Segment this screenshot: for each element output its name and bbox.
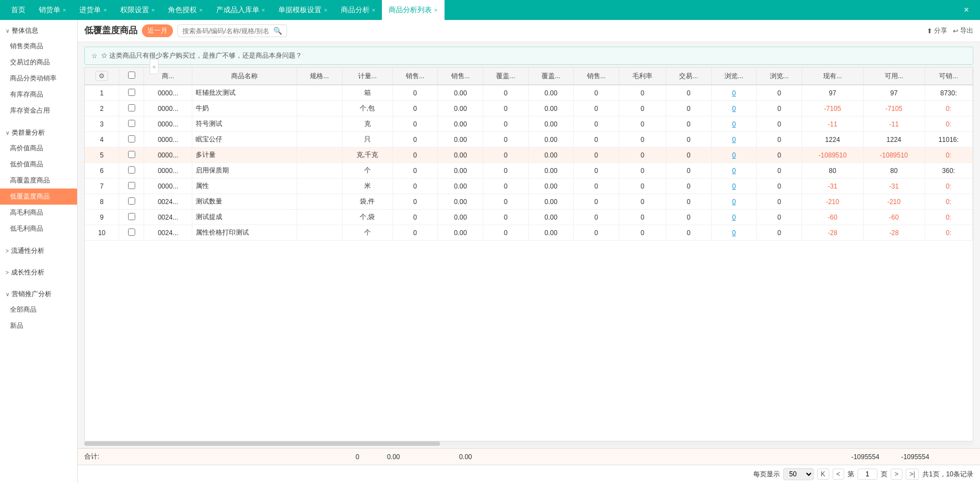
top-navigation: 首页 销货单 × 进货单 × 权限设置 × 角色授权 × 产成品入库单 × 单据… (0, 0, 980, 20)
nav-tab-role[interactable]: 角色授权 × (161, 0, 209, 20)
close-icon[interactable]: × (324, 7, 327, 13)
row-trade: 0 (666, 85, 712, 101)
chevron-down-icon: ∨ (6, 291, 9, 297)
close-icon[interactable]: × (63, 7, 66, 13)
table-row: 1 0000... 旺辅批次测试 箱 0 0.00 0 0.00 0 0 0 0… (85, 85, 973, 101)
sidebar-group-growth[interactable]: > 成长性分析 (0, 265, 77, 280)
sidebar-item-low-coverage[interactable]: 低覆盖度商品 (0, 189, 77, 205)
sidebar-item-low-value[interactable]: 低价值商品 (0, 156, 77, 172)
row-checkbox[interactable] (119, 163, 144, 179)
row-browse1[interactable]: 0 (711, 163, 757, 179)
nav-tab-sales-order[interactable]: 销货单 × (32, 0, 73, 20)
row-sales-amt: 0.00 (438, 225, 483, 241)
row-sales-qty: 0 (392, 163, 438, 179)
scrollbar-thumb[interactable] (84, 441, 440, 446)
row-spec (297, 179, 343, 194)
last-page-button[interactable]: >| (906, 469, 919, 480)
nav-tab-permission[interactable]: 权限设置 × (114, 0, 161, 20)
sidebar-item-category-rate[interactable]: 商品分类动销率 (0, 70, 77, 87)
row-current-stock: -28 (802, 225, 864, 241)
row-browse1[interactable]: 0 (711, 132, 757, 148)
nav-tab-template-setting[interactable]: 单据模板设置 × (272, 0, 334, 20)
row-browse1[interactable]: 0 (711, 179, 757, 194)
sidebar-section-growth: > 成长性分析 (0, 262, 77, 283)
sidebar-group-category[interactable]: ∨ 类群量分析 (0, 125, 77, 140)
row-saleable: 0: (925, 210, 973, 225)
sidebar-item-low-margin[interactable]: 低毛利商品 (0, 221, 77, 237)
row-checkbox[interactable] (119, 85, 144, 101)
nav-tab-product-analysis[interactable]: 商品分析 × (334, 0, 382, 20)
close-icon[interactable]: × (103, 7, 106, 13)
row-checkbox[interactable] (119, 210, 144, 225)
sidebar-item-new-goods[interactable]: 新品 (0, 318, 77, 334)
sidebar-item-high-coverage[interactable]: 高覆盖度商品 (0, 172, 77, 189)
row-saleable: 0: (925, 179, 973, 194)
row-browse1[interactable]: 0 (711, 148, 757, 163)
row-gross-margin: 0 (619, 225, 666, 241)
content-area: « 低覆盖度商品 近一月 🔍 ⬆ 分享 ↩ 导出 ☆ (78, 20, 980, 483)
sidebar-item-sales-goods[interactable]: 销售类商品 (0, 38, 77, 54)
export-button[interactable]: ↩ 导出 (953, 26, 973, 35)
row-num: 2 (85, 101, 119, 116)
sidebar-item-stocked-goods[interactable]: 有库存商品 (0, 87, 77, 103)
row-sales-amt: 0.00 (438, 210, 483, 225)
sidebar-item-high-margin[interactable]: 高毛利商品 (0, 205, 77, 221)
row-num: 3 (85, 116, 119, 132)
row-browse1[interactable]: 0 (711, 225, 757, 241)
window-close-button[interactable]: × (957, 5, 976, 15)
row-code: 0000... (144, 179, 192, 194)
row-sales-amt: 0.00 (438, 101, 483, 116)
row-browse1[interactable]: 0 (711, 194, 757, 210)
row-unit: 个,包 (342, 101, 392, 116)
column-settings-button[interactable]: ⚙ (95, 71, 108, 81)
horizontal-scrollbar[interactable] (84, 441, 973, 446)
row-checkbox[interactable] (119, 101, 144, 116)
sidebar-group-marketing[interactable]: ∨ 营销推广分析 (0, 287, 77, 302)
row-available: -11 (863, 116, 925, 132)
close-icon[interactable]: × (434, 7, 437, 13)
row-browse1[interactable]: 0 (711, 210, 757, 225)
sidebar-group-overview[interactable]: ∨ 整体信息 (0, 23, 77, 38)
nav-tab-product-inbound[interactable]: 产成品入库单 × (210, 0, 272, 20)
close-icon[interactable]: × (199, 7, 202, 13)
row-checkbox[interactable] (119, 179, 144, 194)
first-page-button[interactable]: K (817, 469, 829, 480)
sidebar-section-overview: ∨ 整体信息 销售类商品 交易过的商品 商品分类动销率 有库存商品 库存资金占用 (0, 20, 77, 122)
row-trade: 0 (666, 116, 712, 132)
row-checkbox[interactable] (119, 116, 144, 132)
close-icon[interactable]: × (151, 7, 155, 13)
sidebar-collapse-button[interactable]: « (150, 59, 159, 74)
sidebar-item-traded-goods[interactable]: 交易过的商品 (0, 54, 77, 70)
close-icon[interactable]: × (262, 7, 265, 13)
search-input[interactable] (182, 27, 271, 35)
sidebar-item-stock-capital[interactable]: 库存资金占用 (0, 103, 77, 119)
date-filter-button[interactable]: 近一月 (142, 24, 173, 37)
close-icon[interactable]: × (372, 7, 375, 13)
nav-tab-product-analysis-list[interactable]: 商品分析列表 × (382, 0, 444, 20)
row-browse1[interactable]: 0 (711, 116, 757, 132)
sidebar-item-high-value[interactable]: 高价值商品 (0, 140, 77, 156)
page-number-input[interactable] (858, 469, 877, 480)
page-label: 第 (848, 470, 854, 479)
select-all-checkbox[interactable] (128, 72, 135, 79)
row-checkbox[interactable] (119, 225, 144, 241)
next-page-button[interactable]: > (891, 469, 902, 480)
row-checkbox[interactable] (119, 132, 144, 148)
content-header: 低覆盖度商品 近一月 🔍 ⬆ 分享 ↩ 导出 (78, 20, 980, 42)
sidebar-item-all-goods[interactable]: 全部商品 (0, 302, 77, 318)
share-button[interactable]: ⬆ 分享 (927, 26, 947, 35)
prev-page-button[interactable]: < (833, 469, 844, 480)
row-sales3: 0 (574, 179, 619, 194)
row-checkbox[interactable] (119, 194, 144, 210)
page-size-select[interactable]: 50 20 100 (783, 468, 814, 480)
row-gross-margin: 0 (619, 116, 666, 132)
col-spec: 规格... (297, 68, 343, 85)
nav-tab-purchase-order[interactable]: 进货单 × (73, 0, 113, 20)
row-browse2: 0 (757, 163, 802, 179)
row-sales-qty: 0 (392, 116, 438, 132)
row-browse1[interactable]: 0 (711, 101, 757, 116)
nav-tab-home[interactable]: 首页 (4, 0, 32, 20)
sidebar-group-flow[interactable]: > 流通性分析 (0, 243, 77, 258)
row-browse1[interactable]: 0 (711, 85, 757, 101)
row-checkbox[interactable] (119, 148, 144, 163)
